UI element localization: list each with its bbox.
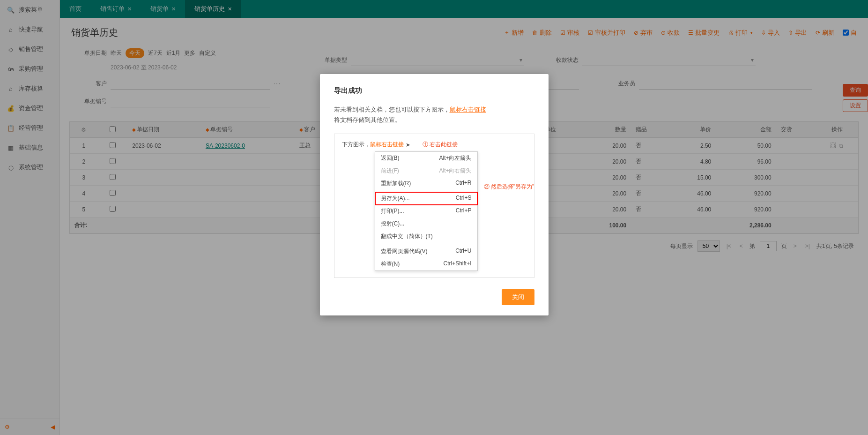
modal-title: 导出成功	[334, 86, 534, 95]
modal-text: 若未看到相关文档，您也可以按下方图示，鼠标右击链接 将文档存储到其他位置。	[334, 105, 534, 125]
cursor-icon: ➤	[406, 142, 410, 148]
ctx-item: 检查(N)Ctrl+Shift+I	[375, 258, 477, 270]
ctx-item: 另存为(A)...Ctrl+S	[375, 192, 477, 205]
ctx-item: 投射(C)...	[375, 218, 477, 230]
example-link: 鼠标右击链接	[370, 141, 404, 149]
ctx-item: 打印(P)...Ctrl+P	[375, 205, 477, 218]
context-menu-illustration: 返回(B)Alt+向左箭头前进(F)Alt+向右箭头重新加载(R)Ctrl+R另…	[375, 151, 478, 271]
note-1: ① 右击此链接	[423, 141, 458, 149]
modal-overlay: 导出成功 若未看到相关文档，您也可以按下方图示，鼠标右击链接 将文档存储到其他位…	[0, 0, 868, 435]
note-2: ② 然后选择"另存为"	[484, 183, 534, 191]
ctx-item: 前进(F)Alt+向右箭头	[375, 165, 477, 177]
ctx-item: 重新加载(R)Ctrl+R	[375, 177, 477, 190]
right-click-link[interactable]: 鼠标右击链接	[450, 106, 486, 113]
instruction-image: 下方图示， 鼠标右击链接 ➤ ① 右击此链接 返回(B)Alt+向左箭头前进(F…	[334, 134, 534, 278]
export-success-modal: 导出成功 若未看到相关文档，您也可以按下方图示，鼠标右击链接 将文档存储到其他位…	[320, 74, 549, 315]
ctx-item: 翻成中文（简体）(T)	[375, 230, 477, 243]
ctx-item: 返回(B)Alt+向左箭头	[375, 152, 477, 165]
close-button[interactable]: 关闭	[502, 289, 534, 305]
ctx-item: 查看网页源代码(V)Ctrl+U	[375, 245, 477, 258]
